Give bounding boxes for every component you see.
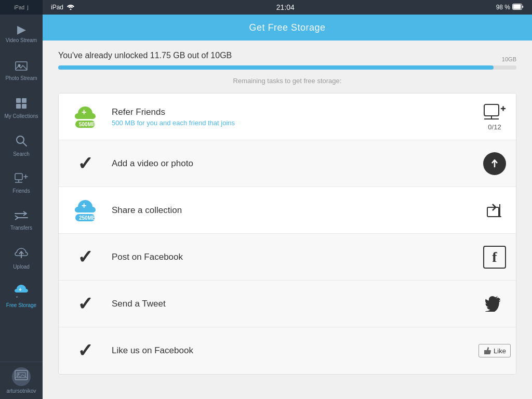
sidebar-item-search[interactable]: Search [0,127,43,164]
share-icon [486,202,503,219]
user-avatar [12,367,31,386]
device-label: iPad [14,5,24,10]
page-title: Get Free Storage [249,22,325,33]
cloud-blue-icon: + 250MB [70,197,100,223]
remaining-text: Remaining tasks to get free storage: [58,77,516,85]
upload-icon [15,246,28,262]
collections-icon [15,97,28,111]
svg-rect-4 [16,104,21,109]
checkmark-icon: ✓ [77,248,93,267]
sidebar-item-label: Photo Stream [5,75,37,81]
photo-stream-icon [15,60,28,73]
task-title: Share a collection [112,205,473,216]
time-display: 21:04 [276,3,295,11]
sidebar-item-transfers[interactable]: Transfers [0,202,43,239]
task-title: Refer Friends [112,107,473,117]
battery-icon [512,4,524,11]
progress-section: You've already unlocked 11.75 GB out of … [58,51,516,85]
thumbs-up-icon [483,347,491,355]
friends-icon [15,172,28,186]
task-content: Refer Friends 500 MB for you and each fr… [103,107,482,127]
sidebar-item-label: Transfers [10,225,32,231]
status-bar: iPad 21:04 98 % [43,0,532,15]
progress-title: You've already unlocked 11.75 GB out of … [58,51,516,60]
facebook-icon: f [483,246,506,269]
main-content: iPad 21:04 98 % Get Free Storag [43,0,532,399]
svg-point-21 [18,374,20,375]
task-icon-area: ✓ [67,341,103,360]
sidebar-item-video-stream[interactable]: ▶ Video Stream [0,15,43,52]
like-button[interactable]: Like [478,344,511,357]
task-title: Post on Facebook [112,252,473,262]
battery-text: 98 % [496,4,510,11]
task-title: Send a Tweet [112,299,473,309]
sidebar-item-free-storage[interactable]: + + Free Storage [0,276,43,314]
task-action-facebook: f [482,246,508,269]
task-action-upload [482,152,508,175]
sidebar-item-upload[interactable]: Upload [0,239,43,276]
task-action-twitter [482,296,508,312]
svg-text:+: + [82,201,86,210]
task-item-refer-friends[interactable]: + 500MB Refer Friends 500 MB for you and… [59,94,516,140]
svg-rect-3 [22,98,26,103]
progress-bar-container: 10GB [58,65,516,70]
sidebar-item-label: My Collections [4,113,38,119]
wifi-status-icon [66,4,75,11]
task-action-refer: 0/12 [482,102,508,131]
svg-rect-37 [487,207,499,217]
task-subtitle: 500 MB for you and each friend that join… [112,119,473,127]
video-stream-icon: ▶ [17,24,26,35]
refer-count: 0/12 [488,123,501,131]
task-item-like-facebook[interactable]: ✓ Like us on Facebook Like [59,327,516,374]
progress-bar-fill [58,65,494,70]
svg-rect-2 [16,98,21,103]
page-header: Get Free Storage [43,15,532,41]
task-content: Like us on Facebook [103,345,482,356]
wifi-icon: ⌋ [26,5,29,10]
svg-rect-24 [513,4,521,9]
task-item-add-media[interactable]: ✓ Add a video or photo [59,140,516,187]
task-icon-area: ✓ [67,154,103,173]
task-content: Add a video or photo [103,158,482,169]
username-label: artursotnikov [6,388,36,394]
transfers-icon [14,210,29,223]
task-action-like[interactable]: Like [482,344,508,357]
task-content: Send a Tweet [103,299,482,309]
user-profile[interactable]: artursotnikov [0,362,43,399]
sidebar-item-friends[interactable]: Friends [0,164,43,202]
refer-friends-icon [483,102,506,122]
free-storage-icon: + + [12,283,31,300]
svg-rect-20 [17,373,25,378]
task-item-share-collection[interactable]: + 250MB Share a collection [59,187,516,234]
like-label: Like [494,347,506,355]
task-title: Like us on Facebook [112,345,473,356]
svg-text:+: + [19,287,22,292]
progress-max-label: 10GB [502,56,516,62]
sidebar-item-label: Video Stream [6,37,37,43]
task-content: Post on Facebook [103,252,482,262]
task-icon-area: ✓ [67,248,103,267]
task-icon-area: + 250MB [67,197,103,223]
svg-text:500MB: 500MB [79,122,96,127]
sidebar-item-label: Friends [12,188,30,194]
sidebar-item-my-collections[interactable]: My Collections [0,89,43,127]
task-item-send-tweet[interactable]: ✓ Send a Tweet [59,281,516,327]
cloud-green-icon: + 500MB [70,104,100,130]
sidebar: iPad ⌋ ▶ Video Stream Photo Stream My Co… [0,0,43,399]
sidebar-item-label: Search [13,151,30,157]
task-content: Share a collection [103,205,482,216]
task-icon-area: + 500MB [67,104,103,130]
sidebar-item-label: Free Storage [6,302,36,308]
task-item-post-facebook[interactable]: ✓ Post on Facebook f [59,234,516,281]
svg-text:+: + [16,295,18,298]
sidebar-status: iPad ⌋ [0,0,43,15]
svg-line-7 [23,142,27,146]
svg-rect-5 [22,104,26,109]
task-icon-area: ✓ [67,295,103,313]
svg-point-22 [70,8,72,10]
checkmark-icon: ✓ [77,154,93,173]
device-name: iPad [51,4,63,11]
svg-rect-0 [16,62,27,70]
svg-text:+: + [82,108,86,116]
sidebar-item-photo-stream[interactable]: Photo Stream [0,52,43,89]
